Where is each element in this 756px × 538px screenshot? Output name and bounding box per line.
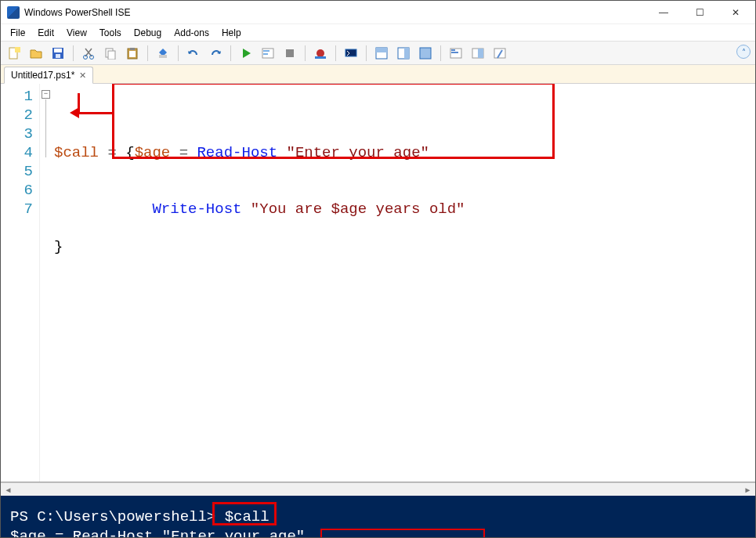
svg-rect-21 [376,48,387,52]
tab-label: Untitled17.ps1* [11,70,74,81]
fold-guide [45,99,46,157]
toolbar-separator [335,45,336,61]
svg-rect-3 [54,49,62,52]
minimize-button[interactable]: — [646,1,682,24]
layout-full-icon[interactable] [415,44,436,63]
paste-icon[interactable] [122,44,143,63]
svg-rect-29 [478,49,483,58]
tab-close-icon[interactable]: ✕ [79,70,86,81]
show-addon-icon[interactable] [468,44,488,63]
tab-untitled17[interactable]: Untitled17.ps1* ✕ [4,67,93,84]
toolbar-separator [178,45,179,61]
collapse-toolbar-icon[interactable]: ˄ [736,45,751,59]
titlebar: Windows PowerShell ISE — ☐ ✕ [1,1,755,24]
line-gutter: 1 2 3 4 5 6 7 [1,84,40,482]
annotation-arrow-head [70,107,79,118]
scroll-left-icon[interactable]: ◄ [2,484,14,496]
svg-rect-1 [15,47,20,52]
console-line: PS C:\Users\powershell> $call [10,507,746,527]
console-pane[interactable]: PS C:\Users\powershell> $call $age = Rea… [1,496,755,537]
options-icon[interactable] [490,44,510,63]
toolbar-separator [73,45,74,61]
toolbar: ˄ [1,42,755,65]
show-command-icon[interactable] [446,44,466,63]
annotation-arrow [74,112,112,114]
remote-icon[interactable] [341,44,361,63]
svg-rect-18 [315,56,326,59]
svg-rect-24 [420,48,431,59]
menu-debug[interactable]: Debug [128,26,168,40]
cut-icon[interactable] [78,44,99,63]
maximize-button[interactable]: ☐ [682,1,718,24]
editor-tabs: Untitled17.ps1* ✕ [1,65,755,84]
script-editor[interactable]: 1 2 3 4 5 6 7 − $call = {$age = Read-Hos… [1,84,755,482]
toolbar-separator [305,45,306,61]
scroll-right-icon[interactable]: ► [742,484,754,496]
toolbar-separator [230,45,231,61]
open-icon[interactable] [26,44,46,63]
svg-rect-15 [263,53,268,55]
window-controls: — ☐ ✕ [646,1,754,24]
menu-tools[interactable]: Tools [93,26,128,40]
menu-edit[interactable]: Edit [31,26,60,40]
svg-rect-11 [129,51,136,57]
annotation-vert2 [483,529,485,537]
stop-icon[interactable] [280,44,300,63]
new-icon[interactable] [4,44,24,63]
close-button[interactable]: ✕ [718,1,754,24]
copy-icon[interactable] [100,44,121,63]
menu-file[interactable]: File [4,26,31,40]
redo-icon[interactable] [205,44,226,63]
svg-rect-10 [130,48,135,50]
run-selection-icon[interactable] [258,44,278,63]
svg-rect-12 [159,55,167,58]
svg-rect-4 [56,54,60,58]
clear-icon[interactable] [153,44,173,63]
layout-top-icon[interactable] [371,44,392,63]
menu-help[interactable]: Help [215,26,248,40]
svg-rect-8 [108,51,115,60]
app-icon [7,6,20,19]
layout-right-icon[interactable] [393,44,414,63]
menubar: File Edit View Tools Debug Add-ons Help [1,24,755,42]
toolbar-separator [440,45,441,61]
menu-addons[interactable]: Add-ons [168,26,215,40]
svg-rect-23 [404,48,409,59]
fold-icon[interactable]: − [42,90,50,99]
toolbar-separator [147,45,148,61]
code-line-1: $call = {$age = Read-Host "Enter your ag… [54,143,747,162]
run-icon[interactable] [236,44,256,63]
save-icon[interactable] [48,44,68,63]
svg-rect-27 [451,52,458,53]
console-vscrollbar[interactable] [742,496,755,537]
code-area[interactable]: − $call = {$age = Read-Host "Enter your … [40,84,755,482]
toolbar-separator [366,45,367,61]
menu-view[interactable]: View [60,26,93,40]
code-line-4: } [54,237,747,256]
breakpoint-icon[interactable] [310,44,331,63]
svg-rect-14 [263,50,269,52]
svg-rect-16 [286,49,294,57]
editor-hscrollbar[interactable]: ◄ ► [1,482,755,496]
code-line-3: Write-Host "You are $age years old" [54,200,747,218]
annotation-top [320,529,485,530]
svg-point-17 [317,49,324,57]
svg-rect-26 [451,49,455,51]
window-title: Windows PowerShell ISE [24,7,646,18]
undo-icon[interactable] [183,44,204,63]
